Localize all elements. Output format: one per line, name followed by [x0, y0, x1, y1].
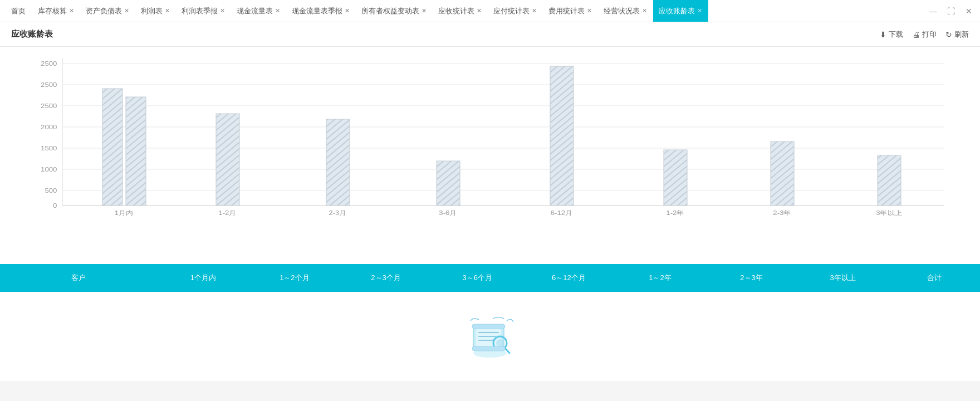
svg-rect-24: [437, 161, 460, 206]
maximize-button[interactable]: ⛶: [944, 4, 958, 18]
svg-point-43: [496, 339, 504, 347]
tab-equity[interactable]: 所有者权益变动表 ✕: [356, 0, 433, 22]
svg-rect-17: [102, 89, 122, 206]
svg-text:3-6月: 3-6月: [439, 209, 457, 217]
chart-area: 2500 2500 2500 2000 1500 1000 500 0 1月内 …: [0, 47, 980, 264]
col-month2to3: 2～3个月: [340, 273, 432, 283]
tab-income[interactable]: 利润表 ✕: [135, 0, 176, 22]
close-icon[interactable]: ✕: [275, 7, 280, 14]
col-month1to2: 1～2个月: [249, 273, 340, 283]
svg-rect-18: [126, 97, 146, 206]
download-icon: ⬇: [880, 30, 886, 39]
print-icon: 🖨: [912, 30, 920, 39]
close-icon[interactable]: ✕: [165, 7, 170, 14]
bar-chart: 2500 2500 2500 2000 1500 1000 500 0 1月内 …: [22, 58, 958, 225]
svg-rect-22: [326, 119, 350, 206]
close-button[interactable]: ✕: [962, 4, 976, 18]
col-total: 合计: [889, 273, 980, 283]
close-icon[interactable]: ✕: [124, 7, 129, 14]
tab-cashflow-quarterly[interactable]: 现金流量表季报 ✕: [286, 0, 356, 22]
svg-text:1000: 1000: [41, 166, 57, 173]
svg-text:2500: 2500: [41, 81, 57, 89]
page-title: 应收账龄表: [11, 29, 53, 40]
svg-text:1月内: 1月内: [115, 209, 133, 217]
main-content: 2500 2500 2500 2000 1500 1000 500 0 1月内 …: [0, 47, 980, 381]
tab-ap-stat[interactable]: 应付统计表 ✕: [488, 0, 543, 22]
svg-text:2500: 2500: [41, 60, 57, 67]
svg-text:0: 0: [53, 202, 57, 209]
svg-text:2-3月: 2-3月: [329, 209, 346, 217]
download-button[interactable]: ⬇ 下载: [880, 30, 903, 40]
close-icon[interactable]: ✕: [642, 7, 647, 14]
tab-income-quarterly[interactable]: 利润表季报 ✕: [176, 0, 231, 22]
svg-text:500: 500: [45, 187, 57, 194]
tab-cashflow[interactable]: 现金流量表 ✕: [231, 0, 286, 22]
close-icon[interactable]: ✕: [69, 7, 74, 14]
close-icon[interactable]: ✕: [345, 7, 350, 14]
tab-operation[interactable]: 经营状况表 ✕: [598, 0, 653, 22]
svg-rect-26: [550, 66, 574, 206]
empty-state: [0, 292, 980, 381]
svg-text:2500: 2500: [41, 102, 57, 110]
minimize-button[interactable]: —: [927, 4, 940, 18]
svg-rect-32: [878, 155, 901, 206]
tab-home[interactable]: 首页: [4, 6, 32, 16]
refresh-icon: ↻: [945, 30, 952, 39]
svg-rect-45: [472, 324, 505, 329]
tab-balance-sheet[interactable]: 资产负债表 ✕: [80, 0, 135, 22]
svg-text:2-3年: 2-3年: [773, 209, 791, 217]
close-icon[interactable]: ✕: [697, 7, 702, 14]
window-controls: — ⛶ ✕: [927, 4, 976, 18]
table-header: 客户 1个月内 1～2个月 2～3个月 3～6个月 6～12个月 1～2年 2～…: [0, 264, 980, 292]
svg-text:6-12月: 6-12月: [551, 209, 572, 217]
col-month1: 1个月内: [158, 273, 249, 283]
tab-ar-stat[interactable]: 应收统计表 ✕: [433, 0, 488, 22]
col-year3plus: 3年以上: [797, 273, 889, 283]
header-actions: ⬇ 下载 🖨 打印 ↻ 刷新: [880, 30, 969, 40]
col-month3to6: 3～6个月: [432, 273, 523, 283]
svg-text:1-2年: 1-2年: [666, 209, 684, 217]
refresh-button[interactable]: ↻ 刷新: [945, 30, 969, 40]
print-button[interactable]: 🖨 打印: [912, 30, 937, 40]
tab-inventory[interactable]: 库存核算 ✕: [32, 0, 80, 22]
col-month6to12: 6～12个月: [523, 273, 614, 283]
col-year2to3: 2～3年: [706, 273, 797, 283]
svg-rect-20: [216, 114, 239, 206]
close-icon[interactable]: ✕: [422, 7, 427, 14]
close-icon[interactable]: ✕: [477, 7, 482, 14]
tab-bar: 首页 库存核算 ✕ 资产负债表 ✕ 利润表 ✕ 利润表季报 ✕ 现金流量表 ✕ …: [0, 0, 980, 22]
page-header: 应收账龄表 ⬇ 下载 🖨 打印 ↻ 刷新: [0, 22, 980, 47]
close-icon[interactable]: ✕: [587, 7, 592, 14]
col-customer: 客户: [0, 273, 158, 283]
tab-ar-aging[interactable]: 应收账龄表 ✕: [653, 0, 708, 22]
svg-text:2000: 2000: [41, 124, 57, 131]
tab-expense-stat[interactable]: 费用统计表 ✕: [543, 0, 598, 22]
svg-text:3年以上: 3年以上: [876, 209, 901, 217]
close-icon[interactable]: ✕: [220, 7, 225, 14]
svg-rect-28: [664, 150, 687, 206]
close-icon[interactable]: ✕: [532, 7, 537, 14]
empty-icon: [462, 314, 518, 359]
svg-text:1500: 1500: [41, 145, 57, 152]
col-year1to2: 1～2年: [614, 273, 705, 283]
svg-rect-30: [771, 141, 794, 206]
svg-text:1-2月: 1-2月: [218, 209, 236, 217]
svg-rect-46: [472, 346, 505, 351]
